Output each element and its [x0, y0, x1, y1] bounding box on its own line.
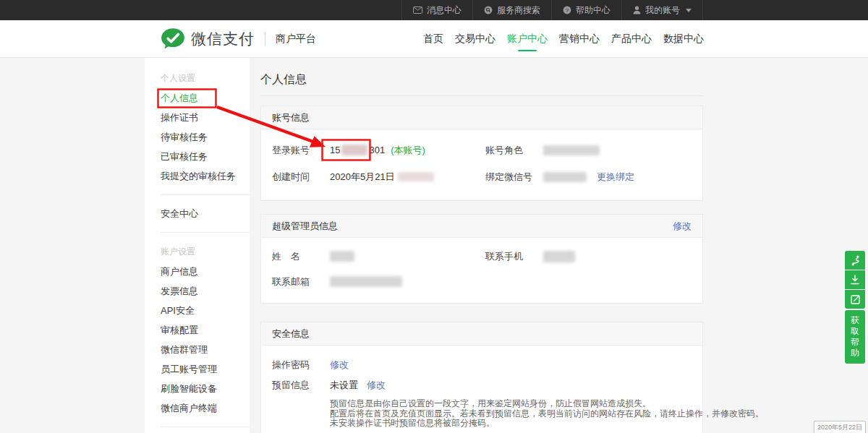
- super-admin-card-title: 超级管理员信息: [272, 220, 338, 233]
- security-info-card-body: 操作密码 修改 预留信息 未设置 修改 预留信息是由你自己设置的一段文字，用来鉴…: [261, 346, 702, 429]
- brand-divider: [265, 32, 265, 46]
- redacted-admin-email: [330, 276, 402, 287]
- topbar-item-label: 服务商搜索: [497, 4, 540, 17]
- download-button[interactable]: [845, 270, 865, 289]
- sidebar-item-personal-info[interactable]: 个人信息: [145, 88, 250, 108]
- topbar-item-my-account[interactable]: 我的账号: [621, 0, 703, 20]
- edit-icon: [851, 295, 860, 304]
- redacted-login-middle: [341, 145, 367, 155]
- created-time-label: 创建时间: [272, 171, 330, 184]
- brand-name[interactable]: 微信支付: [191, 29, 255, 49]
- login-account-value: 15301: [330, 145, 385, 155]
- security-info-card-title: 安全信息: [272, 327, 310, 340]
- security-info-card-header: 安全信息: [261, 322, 702, 346]
- sidebar-divider: [161, 426, 250, 427]
- site-header: 微信支付 商户平台 首页 交易中心 账户中心 营销中心 产品中心 数据中心: [0, 20, 868, 58]
- topbar-item-label: 我的账号: [645, 4, 680, 17]
- get-help-button[interactable]: 获取帮助: [845, 310, 865, 364]
- mail-icon: [413, 7, 422, 14]
- info-row: 姓 名 联系手机: [272, 244, 692, 269]
- super-admin-edit-link[interactable]: 修改: [673, 220, 692, 233]
- nav-item-marketing-center[interactable]: 营销中心: [559, 20, 600, 57]
- redacted-admin-name: [330, 251, 354, 262]
- search-icon: [484, 6, 493, 14]
- date-tooltip: 2020年5月22日: [814, 421, 866, 433]
- topbar-item-messages[interactable]: 消息中心: [401, 0, 472, 20]
- super-admin-card-header: 超级管理员信息 修改: [261, 215, 702, 238]
- nav-item-product-center[interactable]: 产品中心: [611, 20, 652, 57]
- reserved-info-note-line: 未安装操作证书时预留信息将被部分掩码。: [330, 419, 692, 429]
- feedback-button[interactable]: [845, 290, 865, 309]
- info-row: 联系邮箱: [272, 269, 692, 294]
- account-info-card-title: 账号信息: [272, 111, 310, 124]
- topbar-item-provider-search[interactable]: 服务商搜索: [472, 0, 551, 20]
- login-account-prefix: 15: [330, 145, 340, 155]
- account-info-card-body: 登录账号 15301 (本账号) 账号角色 创建时间 2020年5月21日: [261, 129, 702, 190]
- operation-password-row: 操作密码 修改: [272, 354, 692, 376]
- reserved-info-row: 预留信息 未设置 修改: [272, 376, 692, 395]
- merchant-platform-page: 消息中心 服务商搜索 ? 帮助中心 我的账号 微信支付 商户平台 首页: [0, 0, 868, 433]
- admin-name-cell: 姓 名: [272, 250, 485, 263]
- redacted-admin-phone: [543, 251, 575, 262]
- sidebar-divider: [161, 194, 250, 195]
- sidebar: 个人设置 个人信息 操作证书 待审核任务 已审核任务 我提交的审核任务 安全中心…: [145, 58, 250, 433]
- admin-email-label: 联系邮箱: [272, 275, 330, 288]
- sidebar-header-account-settings: 账户设置: [145, 241, 250, 262]
- sidebar-item-review-config[interactable]: 审核配置: [145, 320, 250, 340]
- bound-wechat-cell: 绑定微信号 更换绑定: [485, 171, 692, 184]
- title-divider: [260, 95, 703, 96]
- security-info-card: 安全信息 操作密码 修改 预留信息 未设置 修改 预留信息是由你自己设置的一段文…: [260, 322, 703, 433]
- super-admin-card: 超级管理员信息 修改 姓 名 联系手机: [260, 214, 703, 304]
- admin-email-cell: 联系邮箱: [272, 275, 485, 288]
- admin-name-label: 姓 名: [272, 250, 330, 263]
- reserved-info-notes: 预留信息是由你自己设置的一段文字，用来鉴定网站身份，防止假冒网站造成损失。 配置…: [272, 399, 692, 429]
- sidebar-item-api-security[interactable]: API安全: [145, 301, 250, 320]
- chevron-down-icon: [686, 9, 692, 12]
- sidebar-item-merchant-info[interactable]: 商户信息: [145, 262, 250, 281]
- admin-phone-cell: 联系手机: [485, 250, 692, 263]
- nav-item-account-center[interactable]: 账户中心: [507, 20, 548, 57]
- reserved-info-edit-link[interactable]: 修改: [367, 379, 386, 392]
- bound-wechat-label: 绑定微信号: [485, 171, 543, 184]
- sidebar-header-personal-settings: 个人设置: [145, 68, 250, 88]
- brand: 微信支付 商户平台: [161, 20, 316, 57]
- sidebar-item-staff-account-mgmt[interactable]: 员工账号管理: [145, 359, 250, 379]
- sidebar-divider: [161, 232, 250, 233]
- account-role-cell: 账号角色: [485, 144, 692, 157]
- reserved-info-status: 未设置: [330, 379, 358, 392]
- rebind-link[interactable]: 更换绑定: [597, 171, 634, 184]
- sidebar-item-operation-certificate[interactable]: 操作证书: [145, 108, 250, 127]
- topbar-item-label: 消息中心: [427, 4, 461, 17]
- sidebar-item-pending-review-tasks[interactable]: 待审核任务: [145, 127, 250, 147]
- portal-name: 商户平台: [276, 33, 316, 46]
- topbar-item-label: 帮助中心: [576, 4, 610, 17]
- operation-password-edit-link[interactable]: 修改: [330, 359, 349, 372]
- topbar-item-help-center[interactable]: ? 帮助中心: [551, 0, 621, 20]
- login-account-suffix: 301: [369, 145, 385, 155]
- hotline-icon: [851, 255, 860, 266]
- get-help-label: 获取帮助: [851, 315, 860, 359]
- top-utility-bar: 消息中心 服务商搜索 ? 帮助中心 我的账号: [0, 0, 868, 20]
- download-icon: [850, 275, 860, 285]
- current-account-tag: (本账号): [391, 144, 425, 157]
- nav-item-home[interactable]: 首页: [423, 20, 443, 57]
- help-icon: ?: [563, 6, 571, 14]
- sidebar-item-reviewed-tasks[interactable]: 已审核任务: [145, 147, 250, 166]
- nav-item-data-center[interactable]: 数据中心: [663, 20, 704, 57]
- hotline-button[interactable]: [845, 251, 865, 270]
- reserved-info-note-line: 配置后将在首页及充值页面显示。若未看到预留信息，表明当前访问的网站存在风险，请终…: [330, 409, 692, 419]
- operation-password-label: 操作密码: [272, 359, 330, 372]
- sidebar-item-security-center[interactable]: 安全中心: [145, 204, 250, 223]
- sidebar-item-face-device[interactable]: 刷脸智能设备: [145, 379, 250, 398]
- info-row: 登录账号 15301 (本账号) 账号角色: [272, 137, 692, 163]
- sidebar-item-wechat-group-mgmt[interactable]: 微信群管理: [145, 340, 250, 359]
- sidebar-item-my-submitted-tasks[interactable]: 我提交的审核任务: [145, 166, 250, 186]
- account-info-card-header: 账号信息: [261, 106, 702, 129]
- wechat-pay-logo-icon[interactable]: [161, 27, 185, 51]
- main-content: 个人信息 账号信息 登录账号 15301 (本账号) 账号角色: [260, 58, 703, 433]
- sidebar-item-merchant-terminal[interactable]: 微信商户终端: [145, 398, 250, 418]
- nav-item-transaction-center[interactable]: 交易中心: [455, 20, 495, 57]
- super-admin-card-body: 姓 名 联系手机 联系邮箱: [261, 238, 702, 294]
- sidebar-item-invoice-info[interactable]: 发票信息: [145, 281, 250, 301]
- page-title: 个人信息: [260, 58, 703, 95]
